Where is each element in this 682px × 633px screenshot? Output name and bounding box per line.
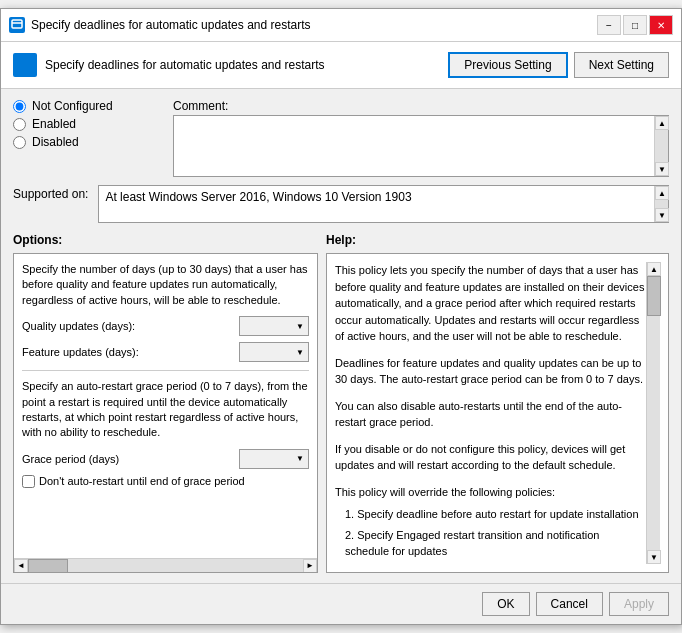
comment-section: Comment: ▲ ▼	[173, 99, 669, 177]
help-title: Help:	[326, 233, 669, 247]
help-list-item-1: 1. Specify deadline before auto restart …	[345, 506, 646, 523]
radio-disabled[interactable]: Disabled	[13, 135, 153, 149]
hscroll-left[interactable]: ◄	[14, 559, 28, 573]
main-content: Not Configured Enabled Disabled Comment:…	[1, 89, 681, 583]
options-text1: Specify the number of days (up to 30 day…	[22, 262, 309, 308]
radio-group: Not Configured Enabled Disabled	[13, 99, 153, 149]
feature-dropdown-arrow: ▼	[296, 348, 304, 357]
supported-label: Supported on:	[13, 185, 88, 201]
help-para-2: Deadlines for feature updates and qualit…	[335, 355, 646, 388]
quality-updates-row: Quality updates (days): ▼	[22, 316, 309, 336]
auto-restart-label: Don't auto-restart until end of grace pe…	[39, 475, 245, 487]
radio-enabled[interactable]: Enabled	[13, 117, 153, 131]
close-button[interactable]: ✕	[649, 15, 673, 35]
comment-scroll-up[interactable]: ▲	[655, 116, 669, 130]
grace-period-row: Grace period (days) ▼	[22, 449, 309, 469]
help-list: 1. Specify deadline before auto restart …	[345, 506, 646, 564]
comment-textarea[interactable]	[174, 116, 654, 176]
supported-value: At least Windows Server 2016, Windows 10…	[99, 186, 654, 222]
hscroll-track[interactable]	[28, 559, 303, 573]
options-panel: Options: Specify the number of days (up …	[13, 233, 318, 573]
grace-dropdown[interactable]: ▼	[239, 449, 309, 469]
feature-label: Feature updates (days):	[22, 346, 239, 358]
help-panel: Help: This policy lets you specify the n…	[326, 233, 669, 573]
maximize-button[interactable]: □	[623, 15, 647, 35]
help-para-3: You can also disable auto-restarts until…	[335, 398, 646, 431]
main-window: Specify deadlines for automatic updates …	[0, 8, 682, 625]
quality-dropdown-arrow: ▼	[296, 322, 304, 331]
title-bar-controls: − □ ✕	[597, 15, 673, 35]
quality-dropdown[interactable]: ▼	[239, 316, 309, 336]
bottom-bar: OK Cancel Apply	[1, 583, 681, 624]
comment-label: Comment:	[173, 99, 669, 113]
options-divider	[22, 370, 309, 371]
help-scrollbar: ▲ ▼	[646, 262, 660, 564]
hscroll-right[interactable]: ►	[303, 559, 317, 573]
dialog-header: Specify deadlines for automatic updates …	[1, 42, 681, 89]
top-section: Not Configured Enabled Disabled Comment:…	[13, 99, 669, 177]
policy-icon	[13, 53, 37, 77]
minimize-button[interactable]: −	[597, 15, 621, 35]
previous-setting-button[interactable]: Previous Setting	[448, 52, 567, 78]
ok-button[interactable]: OK	[482, 592, 529, 616]
help-para-5: This policy will override the following …	[335, 484, 646, 501]
grace-label: Grace period (days)	[22, 453, 239, 465]
help-list-item-2: 2. Specify Engaged restart transition an…	[345, 527, 646, 560]
supported-scroll-up[interactable]: ▲	[655, 186, 669, 200]
help-list-item-3: 3. Always automatically restart at the s…	[345, 564, 646, 565]
supported-section: Supported on: At least Windows Server 20…	[13, 185, 669, 223]
help-scroll-thumb[interactable]	[647, 276, 661, 316]
title-bar: Specify deadlines for automatic updates …	[1, 9, 681, 42]
help-scroll-down[interactable]: ▼	[647, 550, 661, 564]
help-text-area: This policy lets you specify the number …	[335, 262, 646, 564]
options-text2: Specify an auto-restart grace period (0 …	[22, 379, 309, 441]
help-scroll-up[interactable]: ▲	[647, 262, 661, 276]
auto-restart-checkbox[interactable]	[22, 475, 35, 488]
comment-scroll-track[interactable]	[655, 130, 668, 162]
next-setting-button[interactable]: Next Setting	[574, 52, 669, 78]
options-box: Specify the number of days (up to 30 day…	[13, 253, 318, 573]
feature-dropdown[interactable]: ▼	[239, 342, 309, 362]
svg-rect-0	[12, 20, 22, 28]
auto-restart-checkbox-row[interactable]: Don't auto-restart until end of grace pe…	[22, 475, 309, 488]
help-scroll-track[interactable]	[647, 276, 660, 550]
supported-box: At least Windows Server 2016, Windows 10…	[98, 185, 669, 223]
navigation-buttons: Previous Setting Next Setting	[448, 52, 669, 78]
window-title: Specify deadlines for automatic updates …	[31, 18, 591, 32]
options-hscrollbar: ◄ ►	[14, 558, 317, 572]
supported-scrollbar: ▲ ▼	[654, 186, 668, 222]
supported-scroll-track[interactable]	[655, 200, 668, 208]
cancel-button[interactable]: Cancel	[536, 592, 603, 616]
grace-dropdown-arrow: ▼	[296, 454, 304, 463]
comment-scrollbar: ▲ ▼	[654, 116, 668, 176]
quality-label: Quality updates (days):	[22, 320, 239, 332]
header-left: Specify deadlines for automatic updates …	[13, 53, 325, 77]
help-para-4: If you disable or do not configure this …	[335, 441, 646, 474]
radio-not-configured[interactable]: Not Configured	[13, 99, 153, 113]
help-box: This policy lets you specify the number …	[326, 253, 669, 573]
feature-updates-row: Feature updates (days): ▼	[22, 342, 309, 362]
options-title: Options:	[13, 233, 318, 247]
apply-button[interactable]: Apply	[609, 592, 669, 616]
help-para-1: This policy lets you specify the number …	[335, 262, 646, 345]
dialog-title: Specify deadlines for automatic updates …	[45, 58, 325, 72]
hscroll-thumb[interactable]	[28, 559, 68, 573]
comment-scroll-down[interactable]: ▼	[655, 162, 669, 176]
supported-scroll-down[interactable]: ▼	[655, 208, 669, 222]
options-help-row: Options: Specify the number of days (up …	[13, 233, 669, 573]
title-bar-icon	[9, 17, 25, 33]
